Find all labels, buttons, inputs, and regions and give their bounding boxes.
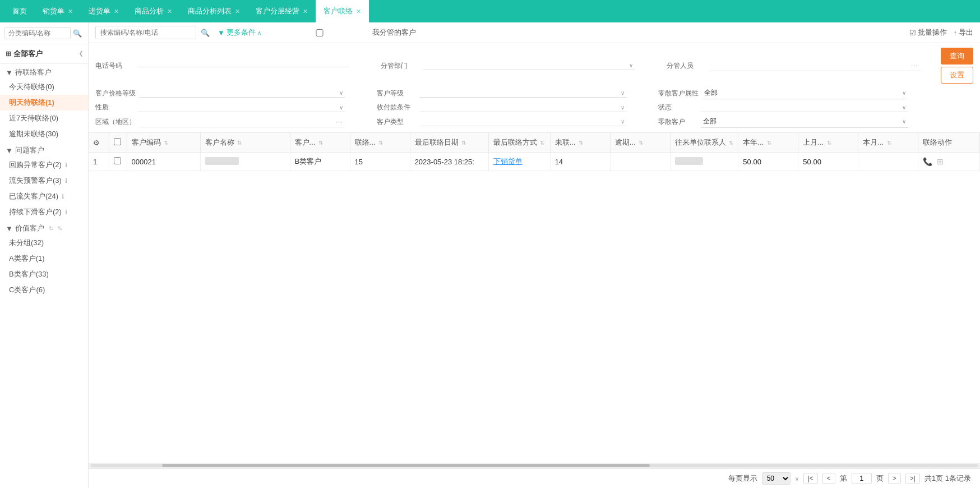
adv-filter-row-1: 电话号码 分管部门 ∨ 分管人员 ··· — [95, 48, 973, 84]
cell-name[interactable] — [200, 153, 290, 171]
batch-op-btn[interactable]: ☑ 批量操作 — [909, 27, 947, 38]
nav-product-analysis-list[interactable]: 商品分析列表 ✕ — [180, 0, 248, 22]
col-settings[interactable]: ⚙ — [89, 133, 109, 153]
page-suffix: 页 — [876, 473, 884, 484]
refresh-icon[interactable]: ↻ — [49, 225, 54, 232]
nav-purchase-order[interactable]: 进货单 ✕ — [81, 0, 127, 22]
top-nav: 首页 销货单 ✕ 进货单 ✕ 商品分析 ✕ 商品分析列表 ✕ 客户分层经营 ✕ … — [0, 0, 980, 22]
nav-close-icon[interactable]: ✕ — [68, 8, 73, 15]
search-input[interactable] — [95, 26, 196, 39]
col-name[interactable]: 客户名称 ⇅ — [200, 133, 290, 153]
action-phone-icon[interactable]: 📞 — [923, 157, 932, 166]
chevron-down-icon: ∨ — [621, 118, 625, 125]
sort-icon: ⇅ — [887, 140, 891, 146]
filter-field-customer-level: 客户等级 ∨ — [377, 89, 627, 98]
main-layout: 🔍 ⊞ 全部客户 《 ▼ 待联络客户 今天待联络(0) 明天待联络(1) 近7天… — [0, 22, 980, 488]
chevron-down-icon: ∨ — [621, 90, 625, 96]
filter-toolbar: 🔍 ▼ 更多条件 ∧ 我分管的客户 ☑ 批量操作 ↑ 导出 — [89, 22, 980, 43]
export-icon: ↑ — [954, 29, 958, 37]
cell-not-contacted: 14 — [550, 153, 610, 171]
sidebar-item-today[interactable]: 今天待联络(0) — [0, 79, 88, 95]
col-last-date[interactable]: 最后联络日期 ⇅ — [410, 133, 488, 153]
nav-sales-order[interactable]: 销货单 ✕ — [35, 0, 81, 22]
nav-close-icon[interactable]: ✕ — [303, 8, 308, 15]
cell-this-year: 50.00 — [738, 153, 798, 171]
more-conditions-btn[interactable]: ▼ 更多条件 ∧ — [214, 26, 265, 39]
nav-customer-contact[interactable]: 客户联络 ✕ — [316, 0, 369, 22]
nav-home[interactable]: 首页 — [4, 0, 35, 22]
export-btn[interactable]: ↑ 导出 — [954, 27, 974, 38]
sidebar-item-abnormal-repurchase[interactable]: 回购异常客户(2) ℹ — [0, 157, 88, 173]
col-action: 联络动作 — [918, 133, 980, 153]
sidebar-item-class-b[interactable]: B类客户(33) — [0, 266, 88, 282]
sort-icon: ⇅ — [767, 140, 771, 146]
horizontal-scrollbar[interactable] — [89, 463, 980, 468]
sort-icon: ⇅ — [378, 140, 383, 146]
sidebar-group-value[interactable]: ▼ 价值客户 ↻ ✎ — [0, 220, 88, 235]
nav-close-icon[interactable]: ✕ — [167, 8, 172, 15]
col-code[interactable]: 客户编码 ⇅ — [127, 133, 200, 153]
contact-method-link[interactable]: 下销货单 — [493, 157, 523, 165]
cell-checkbox[interactable] — [109, 153, 127, 171]
col-checkbox[interactable] — [109, 133, 127, 153]
grid-icon: ⊞ — [6, 50, 11, 58]
collapse-icon[interactable]: 《 — [76, 50, 82, 58]
sidebar-search-input[interactable] — [4, 27, 71, 39]
col-last-month[interactable]: 上月... ⇅ — [798, 133, 858, 153]
row-checkbox[interactable] — [114, 157, 121, 164]
chevron-down-icon: ∨ — [621, 104, 625, 111]
nav-close-icon[interactable]: ✕ — [114, 8, 119, 15]
sidebar-group-problem[interactable]: ▼ 问题客户 — [0, 142, 88, 157]
sidebar-item-7days[interactable]: 近7天待联络(0) — [0, 111, 88, 126]
chevron-down-icon: ∨ — [795, 476, 799, 482]
select-all-checkbox[interactable] — [114, 138, 121, 145]
per-page-select[interactable]: 50 100 200 — [762, 472, 791, 485]
nav-close-icon[interactable]: ✕ — [235, 8, 240, 15]
sidebar-group-pending[interactable]: ▼ 待联络客户 — [0, 64, 88, 79]
adv-filter-row-2: 客户价格等级 ∨ 客户等级 ∨ 零散客户属性 全部 — [95, 87, 973, 99]
cell-last-method[interactable]: 下销货单 — [488, 153, 550, 171]
cell-contacts: 15 — [350, 153, 410, 171]
nav-close-icon[interactable]: ✕ — [356, 8, 361, 15]
col-this-month[interactable]: 本月... ⇅ — [858, 133, 918, 153]
settings-icon[interactable]: ⚙ — [93, 139, 100, 147]
col-type[interactable]: 客户... ⇅ — [290, 133, 350, 153]
last-page-btn[interactable]: >| — [905, 473, 920, 484]
info-icon: ℹ — [62, 193, 64, 200]
col-last-method[interactable]: 最后联络方式 ⇅ — [488, 133, 550, 153]
scrollbar-thumb[interactable] — [162, 464, 650, 467]
sidebar-item-churn-warning[interactable]: 流失预警客户(3) ℹ — [0, 173, 88, 188]
sidebar-item-class-c[interactable]: C类客户(6) — [0, 282, 88, 298]
sidebar-item-ungrouped[interactable]: 未分组(32) — [0, 235, 88, 251]
col-this-year[interactable]: 本年... ⇅ — [738, 133, 798, 153]
col-not-contacted[interactable]: 未联... ⇅ — [550, 133, 610, 153]
sidebar-item-overdue[interactable]: 逾期未联络(30) — [0, 126, 88, 142]
more-icon: ··· — [911, 62, 918, 70]
nav-customer-tiering[interactable]: 客户分层经营 ✕ — [248, 0, 316, 22]
sidebar-item-declining[interactable]: 持续下滑客户(2) ℹ — [0, 204, 88, 220]
col-unit-contacts[interactable]: 往来单位联系人 ⇅ — [670, 133, 738, 153]
sidebar-item-class-a[interactable]: A类客户(1) — [0, 251, 88, 266]
sidebar-item-tomorrow[interactable]: 明天待联络(1) — [0, 95, 88, 111]
sidebar-search-icon[interactable]: 🔍 — [73, 29, 82, 38]
prev-page-btn[interactable]: < — [822, 473, 835, 484]
set-button[interactable]: 设置 — [941, 67, 973, 84]
edit-icon[interactable]: ✎ — [57, 225, 62, 232]
action-grid-icon[interactable]: ⊞ — [937, 157, 944, 166]
col-contacts[interactable]: 联络... ⇅ — [350, 133, 410, 153]
nav-product-analysis[interactable]: 商品分析 ✕ — [127, 0, 180, 22]
filter-field-retail-customer: 零散客户 全部 ∨ — [658, 116, 908, 128]
page-number-input[interactable] — [852, 473, 872, 484]
col-overdue[interactable]: 逾期... ⇅ — [610, 133, 670, 153]
my-customers-checkbox[interactable] — [269, 29, 370, 36]
my-customers-checkbox-label[interactable]: 我分管的客户 — [269, 27, 416, 38]
sort-icon: ⇅ — [237, 140, 242, 146]
sidebar-all-customers[interactable]: ⊞ 全部客户 《 — [0, 44, 88, 64]
next-page-btn[interactable]: > — [888, 473, 901, 484]
sort-icon: ⇅ — [729, 140, 733, 146]
sidebar-item-churned[interactable]: 已流失客户(24) ℹ — [0, 188, 88, 204]
first-page-btn[interactable]: |< — [803, 473, 818, 484]
search-icon[interactable]: 🔍 — [201, 29, 210, 37]
query-button[interactable]: 查询 — [941, 48, 973, 65]
table-area: ⚙ 客户编码 ⇅ 客户名称 ⇅ — [89, 133, 980, 463]
